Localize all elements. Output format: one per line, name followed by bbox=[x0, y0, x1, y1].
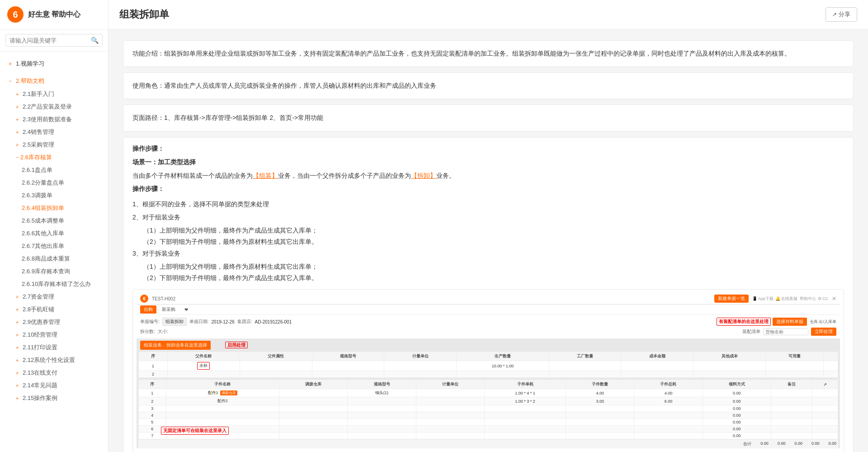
screenshot-wrapper: 6 TEST-H002 新建单据一览 📱 App下载 🔔 在线客服 帮助中心 ⚙… bbox=[132, 289, 844, 452]
plus-icon: ＋ bbox=[14, 141, 20, 149]
sidebar-item-customization[interactable]: ＋ 2.12系统个性化设置 bbox=[7, 354, 108, 366]
sc-footer: 合计 0.00 0.00 0.00 0.00 0.00 bbox=[138, 439, 838, 448]
sidebar-leaf-stocktake[interactable]: 2.6.1盘点单 bbox=[7, 164, 108, 176]
app-logo-text: 好生意 帮助中心 bbox=[28, 10, 80, 19]
sidebar-leaf-inventory-ledger[interactable]: 2.6.9库存账本查询 bbox=[7, 265, 108, 278]
sc-upper-table-wrap: 序 父件名称 父件属性 规格型号 计量单位 生产数量 工厂数量 成本金额 其他成… bbox=[138, 352, 838, 378]
search-input[interactable] bbox=[9, 37, 91, 44]
nav-tree: ＋ 1.视频学习 － 2.帮助文档 ＋ 2.1新手入门 ＋ 2.2产品安装及登录 bbox=[0, 52, 108, 452]
th-spec: 规格型号 bbox=[312, 352, 384, 361]
sc-system-bar: 6 TEST-H002 新建单据一览 📱 App下载 🔔 在线客服 帮助中心 ⚙… bbox=[137, 293, 840, 305]
sc-action-label: 仓库 出/入库单 bbox=[810, 319, 836, 325]
th-parent-name: 父件名称 bbox=[167, 352, 240, 361]
sidebar-item-inventory[interactable]: － 2.6库存核算 bbox=[7, 151, 108, 164]
step3: 3、对于拆装业务 bbox=[132, 248, 844, 259]
sc-inline-btn[interactable]: 调拨仓库 bbox=[220, 390, 237, 395]
nav-section-docs: － 2.帮助文档 ＋ 2.1新手入门 ＋ 2.2产品安装及登录 ＋ 2.3使用前… bbox=[0, 72, 108, 406]
lower-table-row: 1 配件1 调拨仓库 铜头(1) 1.00 * 4 * 1 bbox=[139, 389, 838, 397]
sidebar-item-video-learning[interactable]: ＋ 1.视频学习 bbox=[0, 57, 108, 71]
sidebar-item-payment[interactable]: ＋ 2.13在线支付 bbox=[7, 366, 108, 379]
sc-bom-input[interactable] bbox=[763, 328, 808, 335]
sidebar-item-faq[interactable]: ＋ 2.14常见问题 bbox=[7, 379, 108, 392]
plus-icon: ＋ bbox=[14, 331, 20, 339]
sidebar-leaf-cost-adjust[interactable]: 2.6.5成本调整单 bbox=[7, 214, 108, 227]
sidebar-item-data-prep[interactable]: ＋ 2.3使用前数据准备 bbox=[7, 113, 108, 126]
sc-ok-btn[interactable]: 立即处理 bbox=[811, 328, 836, 336]
plus-icon: ＋ bbox=[14, 293, 20, 301]
plus-icon: ＋ bbox=[14, 90, 20, 98]
step1: 1、根据不同的业务，选择不同单据的类型来处理 bbox=[132, 199, 844, 210]
sidebar-leaf-other-inbound[interactable]: 2.6.6其他入库单 bbox=[7, 227, 108, 240]
ops-title: 操作步骤： bbox=[132, 145, 844, 153]
sc-upper-table: 序 父件名称 父件属性 规格型号 计量单位 生产数量 工厂数量 成本金额 其他成… bbox=[138, 352, 838, 378]
sc-annotation1-text: 有装配清单的在这里处理 bbox=[717, 318, 771, 326]
sidebar-item-coupon[interactable]: ＋ 2.9优惠券管理 bbox=[7, 316, 108, 328]
path-section: 页面路径：1、库存核算->库存管理->组装拆卸单 2、首页->常用功能 bbox=[123, 105, 854, 131]
sidebar-leaf-other-outbound[interactable]: 2.6.7其他出库单 bbox=[7, 240, 108, 252]
sidebar-item-cases[interactable]: ＋ 2.15操作案例 bbox=[7, 392, 108, 404]
sidebar-leaf-partial-stocktake[interactable]: 2.6.2分量盘点单 bbox=[7, 176, 108, 189]
sidebar-item-sales[interactable]: ＋ 2.4销售管理 bbox=[7, 126, 108, 138]
ops-sub-title: 操作步骤： bbox=[132, 185, 844, 193]
main-header: 组装拆卸单 ↗ 分享 bbox=[108, 0, 868, 29]
sc-annotation3-text: 启用处理 bbox=[225, 342, 248, 348]
sc-app-logo: 6 bbox=[140, 295, 148, 303]
th-parent-attr: 父件属性 bbox=[240, 352, 312, 361]
sidebar-item-newbie[interactable]: ＋ 2.1新手入门 bbox=[7, 88, 108, 100]
sidebar-leaf-assembly[interactable]: 2.6.4组装拆卸单 bbox=[7, 202, 108, 214]
lower-table-row5: 5 0.00 bbox=[139, 419, 838, 426]
sc-new-doc-btn[interactable]: 新建单据一览 bbox=[714, 295, 749, 303]
sidebar-leaf-ledger-error[interactable]: 2.6.10库存账本错了怎么办 bbox=[7, 278, 108, 290]
sidebar-item-purchase[interactable]: ＋ 2.5采购管理 bbox=[7, 138, 108, 151]
lower-table-row3: 3 0.00 bbox=[139, 405, 838, 412]
minus-icon: － bbox=[14, 153, 20, 162]
sidebar-item-operations[interactable]: ＋ 2.10经营管理 bbox=[7, 328, 108, 341]
sc-annotation2-wrap: 组装业务、拆卸业务在这里选择 启用处理 bbox=[137, 339, 840, 352]
plus-icon: ＋ bbox=[14, 319, 20, 326]
sidebar-item-finance[interactable]: ＋ 2.7资金管理 bbox=[7, 290, 108, 303]
sc-footer-val4: 0.00 bbox=[811, 441, 820, 447]
sc-count-label2: 大小: bbox=[158, 328, 168, 335]
sc-save-btn[interactable]: 选择对料单据 bbox=[773, 318, 807, 326]
sc-product-input[interactable]: 水杯 bbox=[197, 362, 210, 370]
upper-table-row-empty: 2 bbox=[139, 371, 838, 378]
sidebar-item-help-docs[interactable]: － 2.帮助文档 bbox=[0, 74, 108, 88]
lower-table-row6: 6 0.00 bbox=[139, 426, 838, 433]
search-icon[interactable]: 🔍 bbox=[91, 37, 99, 44]
sc-topbar-right: 📱 App下载 🔔 在线客服 帮助中心 ⚙ CC bbox=[752, 296, 828, 302]
sidebar-item-install[interactable]: ＋ 2.2产品安装及登录 bbox=[7, 100, 108, 113]
sidebar: 6 好生意 帮助中心 🔍 ＋ 1.视频学习 － 2.帮助文档 ＋ bbox=[0, 0, 108, 452]
sc-nav-new-purchase[interactable]: 新采购 bbox=[158, 305, 179, 314]
sc-doc-type-select[interactable]: 组装拆卸 bbox=[162, 318, 187, 326]
th-action bbox=[823, 352, 838, 361]
share-button[interactable]: ↗ 分享 bbox=[826, 7, 857, 22]
sidebar-item-mobile[interactable]: ＋ 2.8手机旺铺 bbox=[7, 303, 108, 316]
plus-icon: ＋ bbox=[14, 344, 20, 352]
nav-section-video: ＋ 1.视频学习 bbox=[0, 55, 108, 72]
sc-nav-heart[interactable]: ❤ bbox=[181, 306, 192, 313]
sc-bom-label: 装配清单 bbox=[742, 328, 760, 335]
sc-annotation-area: 有装配清单的在这里处理 选择对料单据 bbox=[717, 318, 807, 326]
th-avail: 可用量 bbox=[766, 352, 824, 361]
sidebar-leaf-transfer[interactable]: 2.6.3调拨单 bbox=[7, 189, 108, 202]
plus-icon: ＋ bbox=[14, 128, 20, 136]
th-factory-qty: 工厂数量 bbox=[549, 352, 621, 361]
sc-footer-val1: 0.00 bbox=[760, 441, 769, 447]
sc-topbar-id: TEST-H002 bbox=[152, 296, 175, 301]
sc-annotation2-bar: 组装业务、拆卸业务在这里选择 bbox=[140, 341, 211, 350]
plus-icon: ＋ bbox=[14, 357, 20, 364]
screenshot-inner: 6 TEST-H002 新建单据一览 📱 App下载 🔔 在线客服 帮助中心 ⚙… bbox=[137, 293, 840, 448]
search-area: 🔍 bbox=[0, 29, 108, 52]
plus-icon: ＋ bbox=[14, 306, 20, 314]
th-prod-qty: 生产数量 bbox=[457, 352, 549, 361]
sc-close-icon[interactable]: ✕ bbox=[832, 295, 836, 302]
sidebar-item-print[interactable]: ＋ 2.11打印设置 bbox=[7, 341, 108, 354]
scenario1-title: 场景一：加工类型选择 bbox=[132, 158, 844, 167]
step2-sub1: （1）上部明细为父件明细，最终作为产成品生成其它入库单； bbox=[132, 225, 844, 236]
sc-lower-table: 序 子件名称 调拨仓库 规格型号 计量单位 子件单耗 子件数量 子件总耗 领料方… bbox=[138, 380, 838, 439]
sc-footer-val2: 0.00 bbox=[778, 441, 786, 447]
sc-nav-active-tab[interactable]: 自购 bbox=[140, 305, 156, 314]
sidebar-leaf-cost-recalc[interactable]: 2.6.8商品成本重算 bbox=[7, 252, 108, 265]
sc-form-date-val: 2019-12-26 bbox=[212, 319, 235, 324]
ops-section: 操作步骤： 场景一：加工类型选择 当由多个子件材料组装成一个成品的业务为【组装】… bbox=[123, 137, 854, 452]
